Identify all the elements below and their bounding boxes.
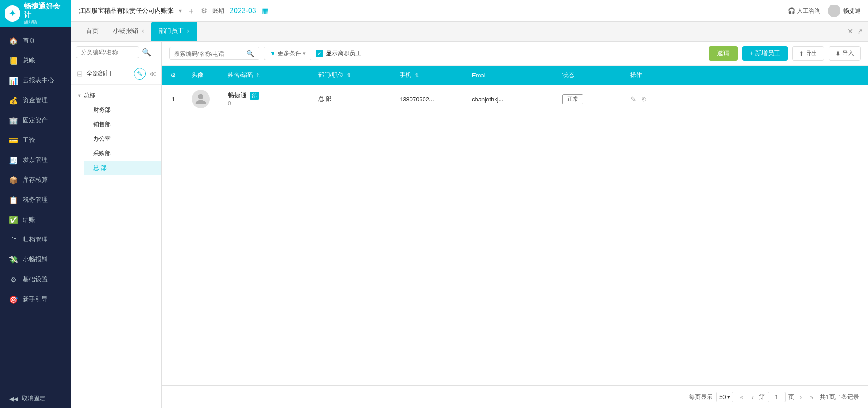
dept-node-office[interactable]: 办公室 [84,132,161,146]
dept-node-finance[interactable]: 财务部 [84,103,161,117]
page-navigation: « ‹ 第 页 › » [737,392,816,402]
tab-employees-close[interactable]: × [187,28,190,34]
dept-search-icon[interactable]: 🔍 [142,48,151,57]
tax-icon: 📋 [9,195,18,204]
tab-employees[interactable]: 部门员工 × [151,22,197,41]
sort-dept-icon: ⇅ [347,72,351,78]
user-avatar [828,5,840,17]
home-icon: 🏠 [9,36,18,45]
employee-search-input[interactable] [174,50,246,57]
col-phone[interactable]: 手机 ⇅ [392,66,465,85]
dept-node-label: 采购部 [93,149,111,157]
row-phone: 138070602... [392,85,465,114]
import-button[interactable]: ⬇ 导入 [829,46,861,61]
sidebar-item-invoice[interactable]: 🧾 发票管理 [0,150,71,170]
row-email: chanjethkj... [465,85,555,114]
tab-expense[interactable]: 小畅报销 × [106,22,151,41]
sidebar-item-close[interactable]: ✅ 结账 [0,210,71,230]
support-button[interactable]: 🎧 人工咨询 [788,7,821,15]
sidebar-item-assets[interactable]: 🏢 固定资产 [0,110,71,130]
col-settings[interactable]: ⚙ [162,66,184,85]
employee-search-icon[interactable]: 🔍 [246,50,254,57]
dept-search-input[interactable] [76,46,139,58]
row-dept: 总 部 [311,85,392,114]
salary-icon: 💳 [9,136,18,145]
archive-icon: 🗂 [9,235,18,244]
period-value: 2023-03 [230,7,256,15]
page-input[interactable] [768,392,786,402]
filter-button[interactable]: ▼ 更多条件 ▾ [264,47,311,60]
add-company-button[interactable]: ＋ [187,5,195,16]
sidebar-item-label: 基础设置 [23,275,48,284]
total-records: 共1页, 1条记录 [820,393,859,401]
employee-toolbar: 🔍 ▼ 更多条件 ▾ ✓ 显示离职员工 邀请 + 新增员工 ⬆ 导出 [162,42,868,66]
tab-home-label: 首页 [86,27,99,35]
tab-home[interactable]: 首页 [79,22,106,41]
sidebar-item-archive[interactable]: 🗂 归档管理 [0,230,71,250]
row-name-cell: 畅捷通 部 0 [221,85,311,114]
add-employee-button[interactable]: + 新增员工 [742,46,788,61]
sidebar-item-settings[interactable]: ⚙ 基础设置 [0,270,71,289]
col-name[interactable]: 姓名/编码 ⇅ [221,66,311,85]
invoice-icon: 🧾 [9,156,18,165]
calendar-icon[interactable]: ▦ [262,6,269,15]
logo-text-block: 畅捷通好会计 旗舰版 [24,2,67,25]
invite-button[interactable]: 邀请 [709,46,738,61]
next-page-button[interactable]: › [797,393,805,402]
col-dept[interactable]: 部门/职位 ⇅ [311,66,392,85]
dept-node-label: 总部 [84,91,95,100]
tab-employees-label: 部门员工 [159,27,184,35]
filter-arrow-icon: ▾ [303,51,306,57]
sidebar-item-home[interactable]: 🏠 首页 [0,31,71,51]
expense-icon: 💸 [9,255,18,264]
company-dropdown-icon[interactable]: ▾ [179,8,182,14]
export-button[interactable]: ⬆ 导出 [792,46,824,61]
pagination: 每页显示 50 ▾ « ‹ 第 页 › » 共1页, 1条记录 [162,385,868,408]
all-dept-label: 全部部门 [86,70,130,78]
last-page-button[interactable]: » [807,393,816,402]
sidebar-item-guide[interactable]: 🎯 新手引导 [0,289,71,309]
dept-badge: 部 [250,92,259,100]
prev-page-button[interactable]: ‹ [749,393,756,402]
dept-node-purchase[interactable]: 采购部 [84,146,161,161]
dept-edit-button[interactable]: ✎ [134,68,146,80]
dept-node-headquarters[interactable]: ▼ 总部 [71,88,161,103]
sidebar-item-label: 库存核算 [23,176,48,184]
dept-node-general[interactable]: 总 部 [84,161,161,175]
export-label: 导出 [806,49,817,57]
sidebar-item-inventory[interactable]: 📦 库存核算 [0,170,71,190]
logout-button[interactable]: ⎋ [642,95,646,103]
employee-code: 0 [228,100,304,107]
sidebar-item-label: 首页 [23,37,35,45]
close-account-icon: ✅ [9,215,18,224]
checkbox-icon: ✓ [316,50,323,57]
sidebar-item-label: 云报表中心 [23,76,54,85]
dropdown-icon: ▾ [727,394,730,400]
sidebar-item-funds[interactable]: 💰 资金管理 [0,90,71,110]
dept-collapse-button[interactable]: ≪ [149,70,156,77]
user-menu[interactable]: 畅捷通 [828,5,861,17]
cancel-fixed-button[interactable]: ◀◀ 取消固定 [0,389,71,408]
tab-expense-label: 小畅报销 [113,27,138,35]
tab-expense-close[interactable]: × [141,28,144,34]
sidebar-item-salary[interactable]: 💳 工资 [0,130,71,150]
sidebar-item-expense[interactable]: 💸 小畅报销 [0,250,71,270]
expand-tabs-button[interactable]: ⤢ [857,27,863,36]
sidebar-item-reports[interactable]: 📊 云报表中心 [0,71,71,90]
guide-icon: 🎯 [9,295,18,304]
sidebar-item-tax[interactable]: 📋 税务管理 [0,190,71,210]
period-label: 账期 [212,7,224,15]
content-area: 🔍 ⊞ 全部部门 ✎ ≪ ▼ 总部 财务部 销售部 [71,42,868,408]
sidebar-item-ledger[interactable]: 📒 总账 [0,51,71,71]
employee-table: ⚙ 头像 姓名/编码 ⇅ 部门/职位 ⇅ 手机 [162,66,868,385]
dept-node-sales[interactable]: 销售部 [84,117,161,132]
edit-button[interactable]: ✎ [630,95,636,104]
sidebar-item-label: 资金管理 [23,96,48,104]
settings-button[interactable]: ⚙ [201,6,207,15]
per-page-select[interactable]: 50 ▾ [716,392,733,402]
show-resigned-checkbox[interactable]: ✓ 显示离职员工 [316,49,361,57]
per-page-value: 50 [719,394,726,400]
pin-icon: ◀◀ [9,395,18,402]
first-page-button[interactable]: « [737,393,746,402]
close-all-tabs-button[interactable]: ✕ [847,27,853,36]
